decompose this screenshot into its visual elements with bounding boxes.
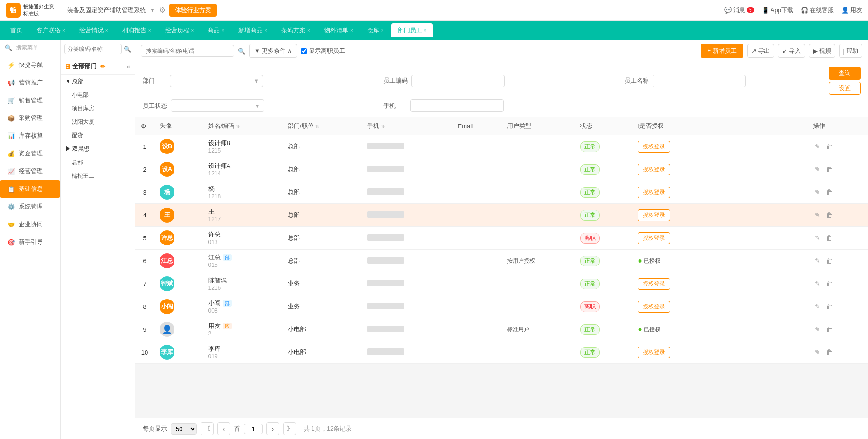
- prev-page-btn[interactable]: ‹: [217, 422, 230, 435]
- tree-header[interactable]: ⊞ 全部部门 ✏ «: [61, 58, 135, 75]
- import-btn[interactable]: ↙ 导入: [778, 44, 805, 58]
- show-resigned-checkbox[interactable]: 显示离职员工: [301, 47, 345, 55]
- sidebar-item-enterprise[interactable]: 🤝 企业协同: [0, 216, 60, 233]
- delete-btn[interactable]: 🗑: [824, 279, 834, 288]
- th-settings[interactable]: ⚙: [135, 117, 154, 135]
- delete-btn[interactable]: 🗑: [824, 233, 834, 243]
- first-page-btn[interactable]: 《: [201, 422, 214, 435]
- delete-btn[interactable]: 🗑: [824, 142, 834, 151]
- tab-close-icon[interactable]: ×: [264, 28, 267, 33]
- delete-btn[interactable]: 🗑: [824, 165, 834, 174]
- tree-edit-icon[interactable]: ✏: [100, 63, 105, 70]
- tab-close-icon[interactable]: ×: [191, 28, 194, 33]
- sidebar-item-system[interactable]: ⚙️ 系统管理: [0, 198, 60, 216]
- edit-btn[interactable]: ✎: [813, 165, 822, 174]
- sidebar-item-basic[interactable]: 📋 基础信息: [0, 180, 60, 198]
- emp-status-select[interactable]: [171, 99, 264, 112]
- phone-input[interactable]: [410, 99, 504, 112]
- nav-tab-仓库[interactable]: 仓库×: [361, 23, 390, 37]
- delete-btn[interactable]: 🗑: [824, 256, 834, 265]
- sidebar-item-sales[interactable]: 🛒 销售管理: [0, 91, 60, 109]
- export-btn[interactable]: ↗ 导出: [747, 44, 774, 58]
- nav-tab-客户联络[interactable]: 客户联络×: [30, 23, 72, 37]
- app-download-action[interactable]: 📱 App下载: [762, 6, 793, 14]
- delete-btn[interactable]: 🗑: [824, 188, 834, 197]
- online-service-action[interactable]: 🎧 在线客服: [801, 6, 834, 14]
- edit-btn[interactable]: ✎: [813, 188, 822, 197]
- sidebar-search[interactable]: 🔍 搜索菜单: [0, 40, 60, 56]
- auth-btn[interactable]: 授权登录: [638, 187, 670, 198]
- tree-node-xiangmuji[interactable]: 项目库房: [61, 102, 135, 115]
- tree-node-zongbu2[interactable]: 总部: [61, 156, 135, 169]
- tab-close-icon[interactable]: ×: [424, 28, 427, 33]
- tab-close-icon[interactable]: ×: [105, 28, 108, 33]
- reset-btn[interactable]: 设置: [829, 82, 861, 95]
- message-action[interactable]: 💬 消息 5: [724, 6, 754, 14]
- sidebar-item-marketing[interactable]: 📢 营销推广: [0, 74, 60, 91]
- emp-code-input[interactable]: [411, 75, 505, 87]
- edit-btn[interactable]: ✎: [813, 325, 822, 334]
- tab-close-icon[interactable]: ×: [381, 28, 384, 33]
- auth-btn[interactable]: 授权登录: [638, 141, 670, 153]
- delete-btn[interactable]: 🗑: [824, 348, 834, 357]
- tree-node-peihuo[interactable]: 配货: [61, 129, 135, 142]
- auth-btn[interactable]: 授权登录: [638, 301, 670, 313]
- auth-btn[interactable]: 授权登录: [638, 164, 670, 175]
- tab-close-icon[interactable]: ×: [307, 28, 310, 33]
- tree-search-icon[interactable]: 🔍: [124, 46, 131, 53]
- sidebar-item-guide[interactable]: 🎯 新手引导: [0, 233, 60, 251]
- th-phone[interactable]: 手机 ⇅: [361, 117, 452, 135]
- tab-close-icon[interactable]: ×: [148, 28, 151, 33]
- tab-close-icon[interactable]: ×: [62, 28, 65, 33]
- help-btn[interactable]: | 帮助: [839, 44, 862, 58]
- auth-btn[interactable]: 授权登录: [638, 232, 670, 244]
- settings-icon[interactable]: ⚙: [159, 6, 166, 14]
- delete-btn[interactable]: 🗑: [824, 325, 834, 334]
- edit-btn[interactable]: ✎: [813, 210, 822, 220]
- sidebar-item-purchase[interactable]: 📦 采购管理: [0, 109, 60, 127]
- edit-btn[interactable]: ✎: [813, 348, 822, 357]
- auth-btn[interactable]: 授权登录: [638, 347, 670, 358]
- dept-select[interactable]: [170, 75, 263, 87]
- edit-btn[interactable]: ✎: [813, 233, 822, 243]
- search-input[interactable]: [141, 45, 234, 57]
- tree-node-shenyangdasha[interactable]: 沈阳大厦: [61, 115, 135, 129]
- next-page-btn[interactable]: ›: [266, 422, 279, 435]
- edit-btn[interactable]: ✎: [813, 256, 822, 265]
- nav-tab-部门员工[interactable]: 部门员工×: [391, 23, 433, 37]
- th-dept[interactable]: 部门/职位 ⇅: [282, 117, 361, 135]
- sidebar-item-inventory[interactable]: 📊 库存核算: [0, 127, 60, 145]
- auth-btn[interactable]: 授权登录: [638, 209, 670, 221]
- nav-tab-物料清单[interactable]: 物料清单×: [318, 23, 360, 37]
- tree-node-xiaodianbu[interactable]: 小电部: [61, 88, 135, 102]
- search-btn[interactable]: 查询: [829, 67, 861, 80]
- tab-close-icon[interactable]: ×: [350, 28, 353, 33]
- more-conditions-btn[interactable]: ▼ 更多条件 ∧: [249, 44, 297, 58]
- nav-tab-条码方案[interactable]: 条码方案×: [275, 23, 317, 37]
- tree-search-input[interactable]: [64, 44, 122, 54]
- nav-tab-新增商品[interactable]: 新增商品×: [232, 23, 274, 37]
- experience-btn[interactable]: 体验行业方案: [169, 4, 217, 17]
- edit-btn[interactable]: ✎: [813, 302, 822, 311]
- th-name[interactable]: 姓名/编码 ⇅: [203, 117, 282, 135]
- user-action[interactable]: 👤 用友: [841, 6, 862, 14]
- page-input[interactable]: [244, 424, 263, 434]
- tree-node-putuowanger[interactable]: 槠柁王二: [61, 169, 135, 183]
- nav-tab-商品[interactable]: 商品×: [201, 23, 231, 37]
- tree-node-shuangchen[interactable]: ▶ 双晨想: [61, 142, 135, 156]
- tree-node-zongbu[interactable]: ▼ 总部: [61, 75, 135, 88]
- toolbar-search-icon[interactable]: 🔍: [238, 48, 245, 55]
- nav-tab-利润报告[interactable]: 利润报告×: [116, 23, 158, 37]
- emp-name-input[interactable]: [653, 75, 746, 87]
- nav-tab-经营情况[interactable]: 经营情况×: [73, 23, 115, 37]
- nav-tab-首页[interactable]: 首页: [4, 23, 29, 37]
- auth-btn[interactable]: 授权登录: [638, 278, 670, 290]
- edit-btn[interactable]: ✎: [813, 279, 822, 288]
- delete-btn[interactable]: 🗑: [824, 302, 834, 311]
- tab-close-icon[interactable]: ×: [222, 28, 224, 33]
- th-auth[interactable]: ℹ是否授权: [632, 117, 714, 135]
- sidebar-item-finance[interactable]: 💰 资金管理: [0, 145, 60, 162]
- nav-tab-经营历程[interactable]: 经营历程×: [159, 23, 201, 37]
- view-btn[interactable]: ▶ 视频: [809, 44, 835, 58]
- show-resigned-input[interactable]: [301, 48, 307, 54]
